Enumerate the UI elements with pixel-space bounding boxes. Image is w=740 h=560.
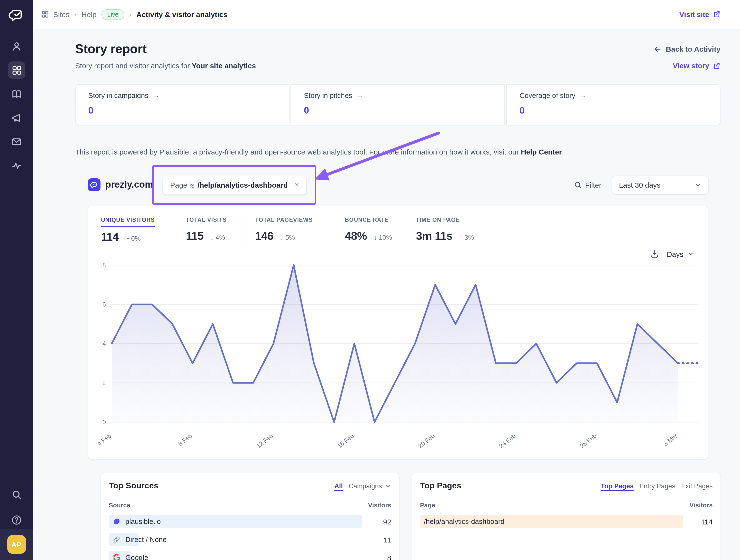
svg-text:6: 6	[102, 301, 106, 308]
date-range-select[interactable]: Last 30 days	[612, 176, 708, 194]
sidebar-item-contacts[interactable]	[8, 37, 25, 55]
card-story-in-campaigns[interactable]: Story in campaigns→ 0	[75, 84, 289, 125]
breadcrumb-sites[interactable]: Sites	[41, 10, 70, 18]
svg-text:4: 4	[102, 340, 106, 347]
card-value: 0	[88, 105, 276, 116]
source-visitors: 8	[362, 553, 391, 560]
filter-button[interactable]: Filter	[573, 181, 602, 189]
stat-total-visits[interactable]: TOTAL VISITS 115 4%	[186, 214, 244, 248]
svg-text:8: 8	[102, 262, 106, 268]
page-title: Story report	[75, 41, 147, 57]
sidebar-item-email[interactable]	[8, 133, 25, 150]
page-row[interactable]: /help/analytics-dashboard114	[420, 515, 713, 528]
sidebar-item-dashboard[interactable]	[8, 62, 25, 79]
breadcrumb: Sites › Help Live › Activity & visitor a…	[41, 9, 227, 20]
source-label: Direct / None	[125, 536, 167, 543]
arrow-left-icon	[653, 44, 662, 53]
view-story-link[interactable]: View story	[673, 62, 721, 70]
summary-cards: Story in campaigns→ 0 Story in pitches→ …	[75, 84, 721, 125]
avatar[interactable]: AP	[7, 535, 26, 554]
source-visitors: 11	[362, 535, 391, 544]
card-story-in-pitches[interactable]: Story in pitches→ 0	[291, 84, 505, 125]
sidebar-item-library[interactable]	[8, 85, 25, 103]
page-filter-chip[interactable]: Page is /help/analytics-dashboard ×	[163, 175, 306, 194]
top-pages-panel: Top Pages Top Pages Entry Pages Exit Pag…	[412, 473, 721, 560]
external-link-icon	[713, 62, 721, 70]
chevron-right-icon: ›	[74, 10, 77, 18]
tab-top-pages[interactable]: Top Pages	[601, 482, 634, 489]
help-center-link[interactable]: Help Center	[521, 148, 562, 156]
breadcrumb-help[interactable]: Help	[82, 10, 97, 18]
page-visitors: 114	[683, 517, 713, 526]
svg-text:8 Feb: 8 Feb	[177, 432, 193, 447]
back-to-activity-link[interactable]: Back to Activity	[653, 44, 721, 53]
change-down: 10%	[374, 234, 392, 241]
visitors-chart[interactable]: 024684 Feb8 Feb12 Feb16 Feb20 Feb24 Feb2…	[93, 261, 703, 457]
stat-bounce-rate[interactable]: BOUNCE RATE 48% 10%	[345, 214, 404, 248]
prezly-site-icon	[88, 179, 100, 191]
annotation-arrow	[307, 126, 468, 192]
page-subtitle-site: Your site analytics	[192, 62, 256, 70]
page-subtitle: Story report and visitor analytics for	[75, 62, 190, 70]
tab-entry-pages[interactable]: Entry Pages	[640, 482, 675, 489]
source-row[interactable]: Google8	[109, 551, 391, 560]
tab-sources-all[interactable]: All	[335, 482, 343, 489]
svg-text:24 Feb: 24 Feb	[497, 432, 517, 449]
source-label: plausible.io	[125, 518, 161, 525]
svg-text:3 Mar: 3 Mar	[662, 432, 679, 447]
tab-sources-campaigns[interactable]: Campaigns	[349, 482, 382, 489]
card-coverage-of-story[interactable]: Coverage of story→ 0	[506, 84, 721, 125]
change-down: 5%	[280, 234, 295, 241]
svg-text:20 Feb: 20 Feb	[417, 432, 436, 449]
prezly-logo-icon[interactable]	[7, 5, 26, 25]
svg-text:28 Feb: 28 Feb	[578, 432, 598, 449]
visit-site-link[interactable]: Visit site	[679, 10, 721, 18]
source-row[interactable]: Direct / None11	[109, 533, 391, 546]
source-row[interactable]: plausible.io92	[109, 515, 391, 528]
interval-select[interactable]: Days	[667, 250, 694, 258]
stat-unique-visitors[interactable]: UNIQUE VISITORS 114 0%	[101, 214, 174, 248]
stat-total-pageviews[interactable]: TOTAL PAGEVIEWS 146 5%	[255, 214, 333, 248]
analytics-section: prezly.com Page is /help/analytics-dashb…	[88, 164, 708, 560]
chevron-down-icon	[694, 181, 702, 188]
sidebar-item-activity[interactable]	[8, 157, 25, 175]
close-icon[interactable]: ×	[295, 181, 299, 189]
chart-svg: 024684 Feb8 Feb12 Feb16 Feb20 Feb24 Feb2…	[94, 261, 703, 455]
svg-text:2: 2	[102, 379, 106, 386]
arrow-right-icon: →	[153, 92, 160, 99]
svg-text:4 Feb: 4 Feb	[96, 432, 112, 447]
svg-text:16 Feb: 16 Feb	[336, 432, 355, 449]
sidebar-item-campaigns[interactable]	[8, 109, 25, 127]
site-group: prezly.com	[88, 179, 153, 191]
live-badge: Live	[101, 9, 124, 20]
source-label: Google	[125, 554, 148, 560]
sidebar-search-icon[interactable]	[8, 486, 25, 503]
stats-row: UNIQUE VISITORS 114 0% TOTAL VISITS 115	[93, 214, 703, 248]
chevron-down-icon	[385, 483, 391, 489]
col-page: Page	[420, 501, 435, 509]
top-pages-title: Top Pages	[420, 481, 461, 491]
google-icon	[113, 554, 120, 560]
stat-time-on-page[interactable]: TIME ON PAGE 3m 11s 3%	[416, 214, 486, 248]
svg-text:12 Feb: 12 Feb	[255, 432, 274, 449]
source-visitors: 92	[362, 517, 391, 526]
sidebar: AP	[0, 0, 33, 560]
col-visitors: Visitors	[368, 501, 391, 509]
download-icon[interactable]	[650, 249, 659, 258]
topbar: Sites › Help Live › Activity & visitor a…	[33, 0, 740, 29]
app-root: AP Sites › Help Live › Activity & visito…	[0, 0, 740, 560]
tab-exit-pages[interactable]: Exit Pages	[681, 482, 713, 489]
card-value: 0	[520, 105, 707, 116]
site-name: prezly.com	[105, 179, 153, 190]
analytics-chart-card: UNIQUE VISITORS 114 0% TOTAL VISITS 115	[88, 206, 708, 460]
change-down: 4%	[210, 234, 225, 241]
page-label: /help/analytics-dashboard	[424, 518, 504, 525]
plausible-icon	[113, 518, 120, 525]
card-value: 0	[304, 105, 492, 116]
search-icon	[573, 181, 582, 189]
col-source: Source	[109, 501, 130, 509]
chevron-down-icon	[687, 250, 694, 257]
top-sources-panel: Top Sources All Campaigns Source Visitor…	[100, 473, 399, 560]
sidebar-help-icon[interactable]	[8, 511, 25, 529]
external-link-icon	[713, 10, 721, 18]
